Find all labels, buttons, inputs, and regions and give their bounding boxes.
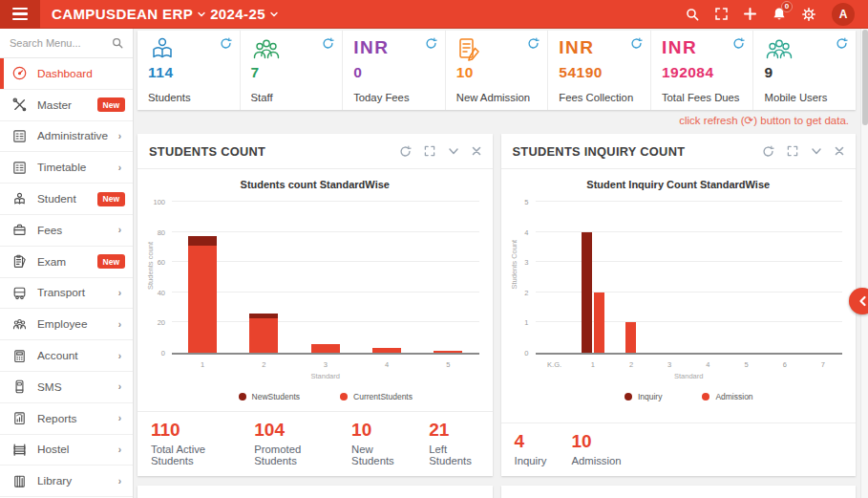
- stat-label: Fees Collection: [559, 92, 643, 103]
- stat-value: 54190: [559, 64, 643, 81]
- bell-icon[interactable]: 0: [773, 7, 786, 21]
- collapse-icon[interactable]: [448, 147, 459, 156]
- refresh-icon[interactable]: [322, 36, 334, 54]
- legend-item-Inquiry[interactable]: Inquiry: [625, 392, 663, 401]
- refresh-icon[interactable]: [425, 36, 437, 54]
- refresh-icon[interactable]: [732, 36, 745, 54]
- scrollbar-thumb[interactable]: [862, 30, 868, 125]
- fullscreen-icon[interactable]: [715, 8, 728, 20]
- sidebar-item-label: Master: [37, 98, 72, 112]
- plus-icon[interactable]: [744, 8, 756, 20]
- y-tick-label: 3: [524, 258, 528, 267]
- bar-segment-CurrentStudents: [188, 246, 217, 353]
- chart-title: Student Inquiry Count StandardWise: [501, 179, 857, 190]
- sidebar-item-label: Employee: [37, 317, 87, 331]
- stat-card-students: 114Students: [138, 31, 241, 110]
- report-icon: [10, 410, 29, 426]
- legend-item-CurrentStudents[interactable]: CurrentStudents: [340, 392, 413, 401]
- sidebar-item-master[interactable]: MasterNew: [0, 90, 133, 121]
- collapse-icon[interactable]: [811, 147, 822, 156]
- stat-label: Students: [148, 92, 232, 103]
- legend-item-NewStudents[interactable]: NewStudents: [239, 392, 301, 401]
- refresh-icon[interactable]: [399, 145, 412, 158]
- sidebar-item-reports[interactable]: Reports›: [0, 403, 133, 435]
- expand-icon[interactable]: [424, 145, 435, 157]
- search-icon[interactable]: [112, 37, 123, 49]
- chevron-down-icon[interactable]: [269, 11, 279, 18]
- stat-label: Today Fees: [353, 92, 437, 103]
- panel-students-inquiry-count: STUDENTS INQUIRY COUNT Student Inquiry C…: [501, 134, 857, 476]
- panel-peek: [138, 486, 493, 498]
- settings-panel-toggle-button[interactable]: [849, 288, 868, 314]
- panel-tools: [762, 145, 844, 158]
- chevron-right-icon: ›: [118, 444, 125, 455]
- sidebar-item-account[interactable]: Account›: [0, 340, 133, 372]
- hamburger-menu-button[interactable]: [0, 0, 40, 29]
- refresh-icon[interactable]: [630, 36, 643, 54]
- panel-stat-label: Admission: [571, 455, 621, 466]
- bar-Admission: [594, 292, 604, 353]
- stat-card-fees-collection: INR54190Fees Collection: [548, 31, 651, 110]
- stat-card-total-fees-dues: INR192084Total Fees Dues: [651, 31, 754, 110]
- stat-value: 9: [764, 64, 848, 81]
- panel-stat-label: Promoted Students: [254, 444, 327, 466]
- gear-icon[interactable]: [802, 8, 815, 21]
- search-menu-input[interactable]: [10, 37, 106, 49]
- x-tick-label: 1: [574, 360, 612, 369]
- chart-area: Students count 020406080100 12345 Standa…: [172, 204, 479, 401]
- category-slot: [233, 204, 294, 353]
- chart-legend: NewStudentsCurrentStudents: [172, 392, 479, 401]
- sidebar-item-administrative[interactable]: Administrative›: [0, 121, 133, 153]
- refresh-icon[interactable]: [836, 36, 848, 54]
- sidebar-item-hostel[interactable]: Hostel›: [0, 435, 133, 466]
- app-title[interactable]: CAMPUSDEAN ERP 2024-25: [52, 6, 279, 22]
- sidebar-item-employee[interactable]: Employee›: [0, 309, 133, 340]
- x-axis-labels: 12345: [172, 360, 479, 369]
- search-icon[interactable]: [686, 8, 699, 21]
- legend-dot: [340, 393, 348, 401]
- session-selector[interactable]: 2024-25: [210, 6, 265, 22]
- bar-Admission: [625, 322, 636, 353]
- y-axis-title: Students Count: [510, 239, 519, 289]
- panel-stat-label: Total Active Students: [151, 444, 229, 466]
- panel-stat-value: 10: [571, 432, 621, 452]
- y-tick-label: 0: [161, 349, 165, 357]
- category-slot: [612, 204, 650, 353]
- y-tick-label: 40: [158, 288, 165, 296]
- sidebar-item-sms[interactable]: SMS›: [0, 372, 133, 403]
- campusdean-erp-app: CAMPUSDEAN ERP 2024-25 0 A: [0, 0, 868, 498]
- sidebar-item-label: Exam: [37, 255, 66, 269]
- chevron-right-icon: ›: [118, 131, 125, 141]
- sidebar-item-fees[interactable]: Fees›: [0, 215, 133, 247]
- sidebar-menu: DashboardMasterNewAdministrative›Timetab…: [0, 58, 133, 498]
- stat-label: New Admission: [456, 92, 540, 103]
- category-slot: [295, 204, 356, 353]
- legend-item-Admission[interactable]: Admission: [702, 392, 752, 401]
- x-tick-label: 2: [612, 360, 650, 369]
- sidebar-item-timetable[interactable]: Timetable›: [0, 152, 133, 184]
- refresh-icon[interactable]: [220, 36, 232, 54]
- refresh-icon[interactable]: [527, 36, 540, 54]
- panel-stat-value: 10: [351, 421, 404, 441]
- chevron-down-icon[interactable]: [197, 11, 206, 18]
- x-tick-label: K.G.: [536, 360, 574, 369]
- sidebar-item-exam[interactable]: ExamNew: [0, 247, 133, 278]
- refresh-icon[interactable]: [762, 145, 774, 158]
- chevron-right-icon: ›: [118, 381, 125, 392]
- x-axis-title: Standard: [536, 372, 843, 380]
- student-icon: [10, 191, 29, 207]
- sidebar-item-student[interactable]: StudentNew: [0, 184, 133, 215]
- sidebar-item-transport[interactable]: Transport›: [0, 278, 133, 310]
- close-icon[interactable]: [472, 146, 481, 156]
- new-badge: New: [97, 97, 125, 112]
- new-badge: New: [97, 192, 125, 206]
- expand-icon[interactable]: [787, 145, 798, 157]
- chart-legend: InquiryAdmission: [536, 392, 843, 401]
- sidebar-item-library[interactable]: Library›: [0, 466, 133, 497]
- legend-dot: [702, 393, 709, 401]
- sidebar-item-dashboard[interactable]: Dashboard: [0, 58, 133, 90]
- scrollbar-track: [860, 29, 868, 498]
- close-icon[interactable]: [835, 146, 844, 156]
- avatar[interactable]: A: [832, 3, 855, 26]
- category-slot: [650, 204, 688, 353]
